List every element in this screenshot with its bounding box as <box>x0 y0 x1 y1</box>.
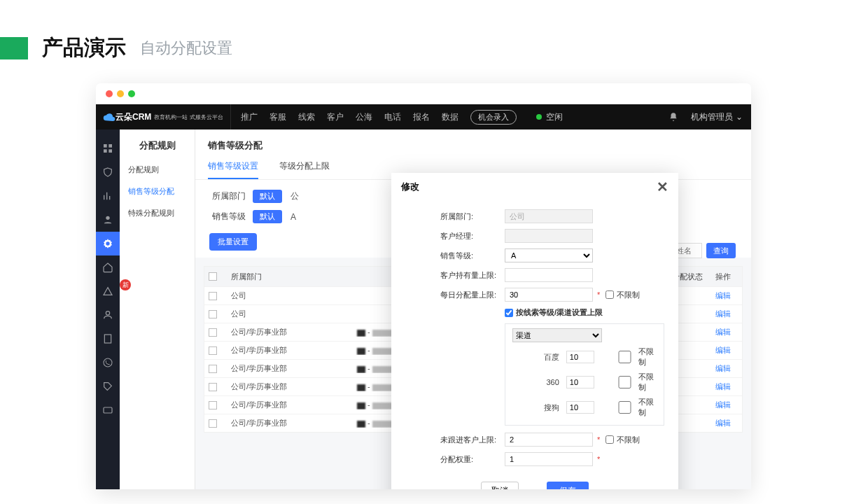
svg-rect-1 <box>108 144 112 148</box>
nav-promo[interactable]: 推广 <box>241 112 258 122</box>
window-minimize-icon[interactable] <box>117 90 124 97</box>
main-area: 销售等级分配 销售等级设置 等级分配上限 所属部门 默认 公 销售等级 默认 A… <box>195 130 751 489</box>
triangle-icon[interactable] <box>102 286 113 297</box>
cell-dept: 公司 <box>227 309 353 319</box>
row-checkbox[interactable] <box>209 419 217 428</box>
nav-phone[interactable]: 电话 <box>384 112 401 122</box>
svg-point-4 <box>106 216 109 220</box>
doc-icon[interactable] <box>102 333 113 344</box>
select-channel[interactable]: 渠道 <box>512 328 602 342</box>
filter-dept-default-chip[interactable]: 默认 <box>253 190 282 203</box>
page-header: 产品演示 自动分配设置 <box>0 0 847 83</box>
sidepanel-item-sales-grade[interactable]: 销售等级分配 <box>120 181 195 202</box>
svg-rect-2 <box>104 149 107 153</box>
chart-icon[interactable] <box>102 190 113 202</box>
row-checkbox[interactable] <box>209 292 217 300</box>
dashboard-icon[interactable] <box>102 143 113 154</box>
channel-unlimited-label: 不限制 <box>638 397 657 418</box>
checkbox-by-channel[interactable] <box>505 309 513 317</box>
cell-dept: 公司/学历事业部 <box>227 327 353 337</box>
user-role-label[interactable]: 机构管理员 <box>691 111 733 123</box>
window-maximize-icon[interactable] <box>128 90 135 97</box>
save-button[interactable]: 保存 <box>547 482 589 489</box>
record-opportunity-button[interactable]: 机会录入 <box>470 110 517 125</box>
channel-unlimited-checkbox[interactable] <box>614 351 636 363</box>
filter-grade-default-chip[interactable]: 默认 <box>253 210 282 223</box>
home-icon[interactable] <box>102 262 113 273</box>
row-checkbox[interactable] <box>209 328 217 337</box>
nav-signup[interactable]: 报名 <box>413 112 430 122</box>
bell-icon[interactable] <box>668 112 678 122</box>
chevron-down-icon[interactable]: ⌄ <box>736 112 743 122</box>
input-holdlimit[interactable] <box>505 268 593 282</box>
page-subtitle: 自动分配设置 <box>140 38 232 59</box>
row-checkbox[interactable] <box>209 383 217 391</box>
tab-grade-setting[interactable]: 销售等级设置 <box>208 160 258 179</box>
filter-grade-label: 销售等级 <box>212 211 253 223</box>
channel-value-input[interactable] <box>566 376 594 388</box>
row-checkbox[interactable] <box>209 310 217 318</box>
cell-dept: 公司/学历事业部 <box>227 400 353 410</box>
topbar: 云朵CRM 教育机构一站 式服务云平台 推广 客服 线索 客户 公海 电话 报名… <box>96 104 751 130</box>
channel-unlimited-checkbox[interactable] <box>614 401 636 414</box>
input-weight[interactable] <box>505 452 593 466</box>
label-by-channel: 按线索等级/渠道设置上限 <box>516 307 603 318</box>
tab-grade-limit[interactable]: 等级分配上限 <box>279 160 330 179</box>
nav-service[interactable]: 客服 <box>270 112 286 122</box>
close-icon[interactable]: ✕ <box>657 180 668 194</box>
nav-leads[interactable]: 线索 <box>298 112 315 122</box>
edit-link[interactable]: 编辑 <box>715 400 731 409</box>
cell-dept: 公司/学历事业部 <box>227 382 353 392</box>
phone-icon[interactable] <box>102 357 113 368</box>
person-icon[interactable] <box>102 309 113 321</box>
search-button[interactable]: 查询 <box>706 243 736 258</box>
nav-pool[interactable]: 公海 <box>356 112 372 122</box>
shield-icon[interactable] <box>102 167 113 178</box>
modal-title: 修改 <box>401 181 419 193</box>
th-action: 操作 <box>711 272 742 282</box>
svg-rect-3 <box>108 149 112 153</box>
checkbox-daily-unlimited[interactable] <box>606 290 614 299</box>
channel-unlimited-checkbox[interactable] <box>614 376 636 388</box>
cancel-button[interactable]: 取消 <box>481 482 519 489</box>
sidepanel-item-special-rule[interactable]: 特殊分配规则 <box>120 202 195 224</box>
nav-customer[interactable]: 客户 <box>327 112 344 122</box>
channel-row: 360 不限制 <box>512 372 657 393</box>
card-icon[interactable] <box>102 405 113 416</box>
row-checkbox[interactable] <box>209 346 217 355</box>
input-dept <box>505 209 593 223</box>
batch-set-button[interactable]: 批量设置 <box>209 233 257 251</box>
checkbox-all[interactable] <box>209 272 217 281</box>
label-manager: 客户经理: <box>440 231 505 241</box>
window-close-icon[interactable] <box>106 90 113 97</box>
nav-data[interactable]: 数据 <box>442 112 458 122</box>
edit-link[interactable]: 编辑 <box>715 291 731 300</box>
side-panel-title: 分配规则 <box>120 130 195 159</box>
edit-link[interactable]: 编辑 <box>715 419 731 427</box>
tag-icon[interactable] <box>102 381 113 392</box>
status-indicator-icon <box>536 114 542 120</box>
main-title: 销售等级分配 <box>208 139 738 152</box>
edit-link[interactable]: 编辑 <box>715 346 731 354</box>
channel-name: 百度 <box>512 352 566 363</box>
edit-link[interactable]: 编辑 <box>715 364 731 372</box>
channel-value-input[interactable] <box>566 401 594 414</box>
right-nav: 机构管理员 ⌄ <box>668 111 751 123</box>
checkbox-untracked-unlimited[interactable] <box>606 435 614 444</box>
page-title: 产品演示 <box>42 34 126 62</box>
channel-box: 渠道 百度 不限制360 不限制搜狗 不限制 <box>505 323 664 426</box>
select-grade[interactable]: A <box>505 248 593 262</box>
row-checkbox[interactable] <box>209 365 217 373</box>
sidepanel-item-assign-rule[interactable]: 分配规则 <box>120 159 195 181</box>
edit-link[interactable]: 编辑 <box>715 382 731 391</box>
channel-value-input[interactable] <box>566 351 594 363</box>
icon-sidebar <box>96 130 120 489</box>
input-untracked[interactable] <box>505 433 593 447</box>
users-icon[interactable] <box>102 214 113 225</box>
edit-link[interactable]: 编辑 <box>715 309 731 318</box>
settings-icon[interactable] <box>102 238 113 249</box>
row-checkbox[interactable] <box>209 401 217 410</box>
edit-link[interactable]: 编辑 <box>715 328 731 336</box>
input-dailylimit[interactable] <box>505 288 593 302</box>
accent-block <box>0 37 28 59</box>
